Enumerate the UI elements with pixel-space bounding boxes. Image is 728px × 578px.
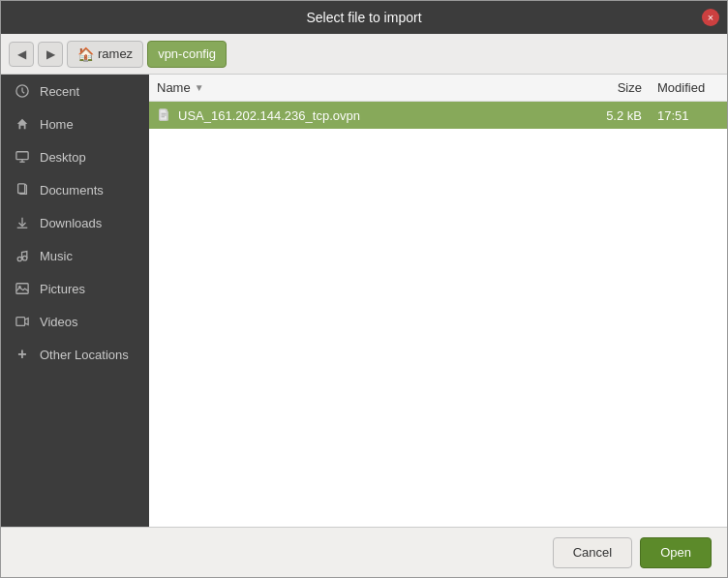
desktop-icon <box>15 149 30 165</box>
sort-arrow-icon: ▼ <box>195 82 204 93</box>
home-icon: 🏠 <box>77 46 94 62</box>
sidebar-item-documents[interactable]: Documents <box>1 173 149 206</box>
main-panel: Name ▼ Size Modified <box>149 75 727 527</box>
dialog-title: Select file to import <box>306 10 421 25</box>
recent-icon <box>15 83 30 99</box>
column-name[interactable]: Name ▼ <box>149 80 582 95</box>
sidebar-item-music[interactable]: Music <box>1 239 149 272</box>
file-name-cell: USA_161.202.144.236_tcp.ovpn <box>149 107 582 123</box>
breadcrumb-vpn-config[interactable]: vpn-config <box>147 41 227 68</box>
column-modified[interactable]: Modified <box>650 80 727 95</box>
toolbar: ◀ ▶ 🏠 ramez vpn-config <box>1 34 727 75</box>
sidebar-item-home-label: Home <box>40 117 74 132</box>
music-icon <box>15 248 30 263</box>
forward-button[interactable]: ▶ <box>38 42 63 67</box>
sidebar-item-music-label: Music <box>40 249 73 263</box>
sidebar-item-other-locations-label: Other Locations <box>40 348 129 362</box>
sidebar-item-documents-label: Documents <box>40 183 104 198</box>
sidebar-item-videos-label: Videos <box>40 315 78 329</box>
sidebar-item-downloads-label: Downloads <box>40 216 102 230</box>
svg-rect-13 <box>16 318 25 326</box>
breadcrumb-ramez[interactable]: 🏠 ramez <box>67 41 143 68</box>
dialog: Select file to import × ◀ ▶ 🏠 ramez vpn-… <box>0 0 728 578</box>
file-size: 5.2 kB <box>582 108 650 123</box>
content-area: Recent Home <box>1 75 727 527</box>
svg-line-2 <box>22 91 24 93</box>
breadcrumb-ramez-label: ramez <box>98 46 133 61</box>
file-doc-icon <box>157 107 172 123</box>
other-locations-icon: + <box>15 347 30 362</box>
documents-icon <box>15 182 30 198</box>
sidebar-item-home[interactable]: Home <box>1 107 149 140</box>
file-list-header: Name ▼ Size Modified <box>149 75 727 102</box>
breadcrumb-vpn-config-label: vpn-config <box>158 46 216 61</box>
svg-rect-3 <box>16 152 28 160</box>
close-button[interactable]: × <box>702 9 719 26</box>
empty-area <box>149 129 727 527</box>
sidebar-item-pictures[interactable]: Pictures <box>1 272 149 305</box>
sidebar-item-desktop-label: Desktop <box>40 150 86 165</box>
open-button[interactable]: Open <box>640 537 712 568</box>
sidebar-item-downloads[interactable]: Downloads <box>1 206 149 239</box>
column-size[interactable]: Size <box>582 80 650 95</box>
svg-rect-6 <box>18 184 25 194</box>
sidebar-item-recent-label: Recent <box>40 84 79 99</box>
titlebar: Select file to import × <box>1 1 727 34</box>
sidebar: Recent Home <box>1 75 149 527</box>
footer: Cancel Open <box>1 527 727 577</box>
sidebar-item-pictures-label: Pictures <box>40 282 85 296</box>
file-modified: 17:51 <box>650 108 727 123</box>
downloads-icon <box>15 215 30 230</box>
home-sidebar-icon <box>15 116 30 132</box>
pictures-icon <box>15 281 30 296</box>
file-row-0[interactable]: USA_161.202.144.236_tcp.ovpn 5.2 kB 17:5… <box>149 102 727 129</box>
sidebar-item-videos[interactable]: Videos <box>1 305 149 338</box>
cancel-button[interactable]: Cancel <box>553 537 632 568</box>
sidebar-item-desktop[interactable]: Desktop <box>1 140 149 173</box>
videos-icon <box>15 314 30 329</box>
sidebar-item-recent[interactable]: Recent <box>1 75 149 107</box>
sidebar-item-other-locations[interactable]: + Other Locations <box>1 338 149 371</box>
file-name: USA_161.202.144.236_tcp.ovpn <box>178 108 360 123</box>
back-button[interactable]: ◀ <box>9 42 34 67</box>
